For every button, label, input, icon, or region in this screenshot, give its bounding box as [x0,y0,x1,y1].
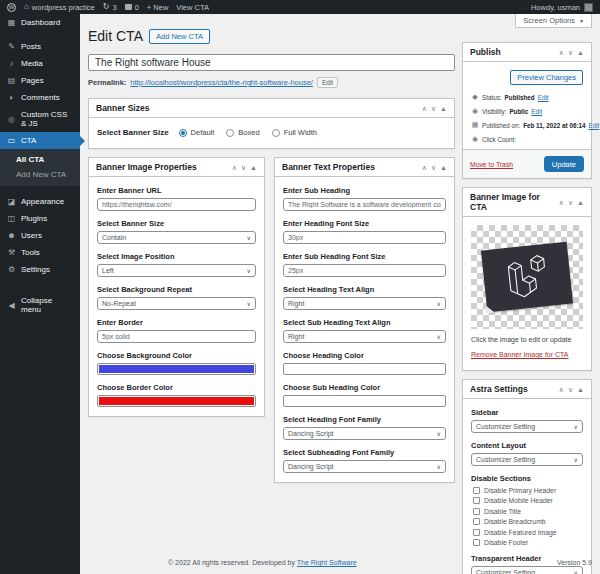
radio-icon [226,129,234,137]
site-name-menu[interactable]: ⌂ wordpress practice [24,3,95,12]
preview-changes-button[interactable]: Preview Changes [510,70,583,85]
chevron-down-icon: ▼ [579,18,584,24]
sidebar-item-posts[interactable]: ✎Posts [0,38,80,55]
sidebar-item-comments[interactable]: ◗Comments [0,89,80,106]
sidebar-item-custom-css-js[interactable]: ◎Custom CSS & JS [0,106,80,132]
checkbox-disable-featured-image[interactable]: Disable Featured Image [473,529,583,536]
laravel-logo-icon [502,252,553,303]
move-up-icon[interactable]: ∧ [559,386,564,393]
sidebar-setting-select[interactable]: Customizer Setting ∨ [471,420,583,433]
subheading-font-family-select[interactable]: Dancing Script∨ [283,460,446,473]
new-content-menu[interactable]: + New [147,3,168,12]
move-up-icon[interactable]: ∧ [232,164,237,171]
checkbox-disable-primary-header[interactable]: Disable Primary Header [473,487,583,494]
move-down-icon[interactable]: ∨ [431,164,436,171]
checkbox-disable-mobile-header[interactable]: Disable Mobile Header [473,497,583,504]
edit-link[interactable]: Edit [588,122,599,129]
move-down-icon[interactable]: ∨ [568,386,573,393]
sub-heading-align-select[interactable]: Right∨ [283,330,446,343]
sidebar-item-label: CTA [21,136,36,145]
banner-size-radio-full-width[interactable]: Full Width [272,128,317,137]
sidebar-subitem-all-cta[interactable]: All CTA [0,152,80,167]
heading-color-picker[interactable] [283,363,446,375]
chevron-down-icon: ∨ [437,463,441,470]
updates-menu[interactable]: ↻ 3 [103,3,117,12]
howdy-menu[interactable]: Howdy, usman [531,3,580,12]
border-input[interactable] [97,330,256,343]
radio-icon [179,129,187,137]
move-down-icon[interactable]: ∨ [568,199,573,206]
toggle-panel-icon[interactable]: ▲ [577,199,584,206]
screen-options-tab[interactable]: Screen Options ▼ [515,14,592,28]
toggle-panel-icon[interactable]: ▲ [250,164,257,171]
banner-image-thumbnail[interactable] [471,225,583,329]
banner-url-input[interactable] [97,198,256,211]
banner-size-select[interactable]: Contain∨ [97,231,256,244]
sub-heading-color-picker[interactable] [283,395,446,407]
move-down-icon[interactable]: ∨ [431,105,436,112]
pushpin-icon: ✎ [7,42,16,51]
wordpress-logo-menu[interactable]: W [7,3,16,12]
heading-font-family-select[interactable]: Dancing Script∨ [283,427,446,440]
add-new-cta-button[interactable]: Add New CTA [149,29,210,44]
sidebar-item-users[interactable]: ☻Users [0,227,80,244]
checkbox-disable-footer[interactable]: Disable Footer [473,539,583,546]
move-up-icon[interactable]: ∧ [422,105,427,112]
sidebar-item-dashboard[interactable]: ▦Dashboard [0,14,80,31]
banner-size-radio-default[interactable]: Default [179,128,215,137]
content-layout-select[interactable]: Customizer Setting ∨ [471,453,583,466]
comments-menu[interactable]: 0 [125,3,139,12]
move-down-icon[interactable]: ∨ [568,49,573,56]
permalink-url-link[interactable]: http://localhost/wordpress/cta/the-right… [130,78,313,87]
toggle-panel-icon[interactable]: ▲ [440,164,447,171]
permalink-edit-button[interactable]: Edit [317,77,338,88]
avatar[interactable] [584,3,593,12]
sidebar-item-tools[interactable]: ⚒Tools [0,244,80,261]
chevron-down-icon: ∨ [437,300,441,307]
footer-credit-link[interactable]: The Right Software [297,559,357,566]
select-value: Customizer Setting [476,569,535,574]
plugin-icon: ◫ [7,214,16,223]
sidebar-item-pages[interactable]: ▤Pages [0,72,80,89]
chevron-down-icon: ∨ [574,569,578,574]
toggle-panel-icon[interactable]: ▲ [577,49,584,56]
sidebar-item-appearance[interactable]: ◪Appearance [0,193,80,210]
post-title-input[interactable] [88,54,455,71]
collapse-menu-button[interactable]: ◀Collapse menu [0,292,80,318]
move-to-trash-link[interactable]: Move to Trash [470,161,513,168]
update-button[interactable]: Update [544,156,584,172]
edit-link[interactable]: Edit [538,94,549,101]
checkbox-label: Disable Mobile Header [484,497,553,504]
view-cta-menu[interactable]: View CTA [176,3,209,12]
move-down-icon[interactable]: ∨ [241,164,246,171]
remove-banner-image-link[interactable]: Remove Banner Image for CTA [471,351,569,358]
toggle-panel-icon[interactable]: ▲ [440,105,447,112]
sidebar-item-settings[interactable]: ⚙Settings [0,261,80,278]
background-color-picker[interactable] [97,363,256,375]
sub-heading-font-size-input[interactable] [283,264,446,277]
move-up-icon[interactable]: ∧ [559,199,564,206]
sidebar-item-cta[interactable]: ▭CTA [0,132,80,149]
banner-size-radio-boxed[interactable]: Boxed [226,128,259,137]
panel-title: Publish [470,47,501,57]
select-value: No-Repeat [102,300,136,307]
heading-font-size-input[interactable] [283,231,446,244]
meta-label: Status: [482,94,502,101]
background-repeat-select[interactable]: No-Repeat∨ [97,297,256,310]
heading-align-select[interactable]: Right∨ [283,297,446,310]
checkbox-disable-breadcrumb[interactable]: Disable Breadcrumb [473,518,583,525]
sidebar-item-plugins[interactable]: ◫Plugins [0,210,80,227]
toggle-panel-icon[interactable]: ▲ [577,386,584,393]
sidebar-item-media[interactable]: ♪Media [0,55,80,72]
move-up-icon[interactable]: ∧ [559,49,564,56]
border-color-picker[interactable] [97,395,256,407]
image-position-select[interactable]: Left∨ [97,264,256,277]
move-up-icon[interactable]: ∧ [422,164,427,171]
checkbox-disable-title[interactable]: Disable Title [473,508,583,515]
sidebar-subitem-add-new-cta[interactable]: Add New CTA [0,167,80,182]
edit-link[interactable]: Edit [531,108,542,115]
sub-heading-input[interactable] [283,198,446,211]
heading-font-size-input-field: Enter Heading Font Size [283,219,446,244]
background-repeat-select-label: Select Background Repeat [97,285,256,294]
transparent-header-select[interactable]: Customizer Setting ∨ [471,566,583,574]
